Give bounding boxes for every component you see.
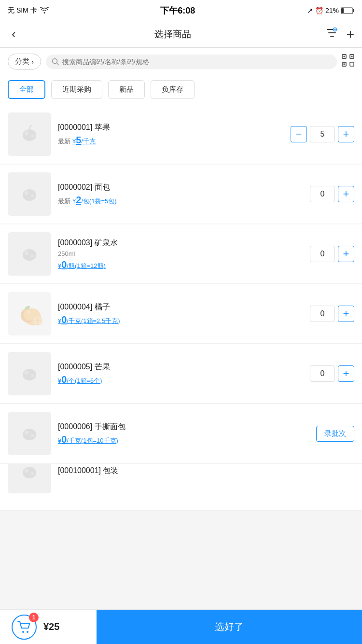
- tab-negative[interactable]: 负库存: [151, 80, 195, 99]
- product-price: 最新 ¥2/包(1袋=5包): [58, 195, 303, 206]
- product-info: [0000001] 苹果 最新 ¥5/千克: [58, 123, 284, 146]
- product-image: [8, 352, 51, 395]
- quantity-input[interactable]: [310, 306, 335, 322]
- status-time: 下午6:08: [160, 5, 195, 16]
- svg-rect-1: [353, 9, 354, 12]
- product-quantity: +: [310, 306, 354, 322]
- svg-point-20: [23, 129, 36, 141]
- plus-button[interactable]: +: [338, 365, 354, 382]
- wifi-icon: [40, 7, 49, 15]
- svg-point-40: [23, 369, 36, 380]
- status-right: ↗ ⏰ 21%: [307, 6, 354, 15]
- filter-row: 分类 ›: [0, 48, 362, 75]
- svg-point-7: [334, 28, 335, 30]
- product-image: [8, 112, 51, 156]
- quantity-input[interactable]: [310, 365, 335, 382]
- svg-rect-13: [344, 56, 345, 57]
- product-name: [0000002] 面包: [58, 182, 303, 193]
- quantity-input[interactable]: [310, 186, 335, 202]
- tab-new[interactable]: 新品: [108, 80, 145, 99]
- product-name: [0000005] 芒果: [58, 362, 303, 372]
- search-input[interactable]: [62, 58, 331, 66]
- svg-rect-5: [330, 36, 334, 37]
- quantity-input[interactable]: [310, 126, 335, 142]
- svg-point-50: [27, 631, 28, 633]
- product-image: [8, 232, 51, 276]
- category-button[interactable]: 分类 ›: [8, 54, 41, 70]
- list-item: [0000006] 手撕面包 ¥0/千克(1包=10千克) 录批次: [0, 404, 362, 463]
- svg-point-23: [23, 189, 36, 201]
- batch-button[interactable]: 录批次: [316, 426, 354, 442]
- svg-point-44: [25, 431, 28, 434]
- status-left: 无 SIM 卡: [8, 6, 49, 15]
- battery-icon: [341, 7, 354, 14]
- filter-button[interactable]: [326, 28, 338, 41]
- svg-point-27: [25, 251, 28, 255]
- product-quantity: − +: [291, 126, 354, 142]
- bottom-bar: 1 ¥25 选好了: [0, 609, 362, 644]
- product-list: [0000001] 苹果 最新 ¥5/千克 − + [0000002] 面包 最…: [0, 105, 362, 511]
- product-price: ¥0/瓶(1箱=12瓶): [58, 259, 303, 270]
- list-item: [0000001] 苹果 最新 ¥5/千克 − +: [0, 105, 362, 164]
- category-arrow-icon: ›: [31, 57, 34, 66]
- battery-text: 21%: [325, 7, 339, 14]
- category-label: 分类: [15, 57, 29, 66]
- svg-rect-4: [328, 32, 336, 33]
- product-name: [0000006] 手撕面包: [58, 422, 309, 432]
- product-quantity: +: [310, 365, 354, 382]
- minus-button[interactable]: −: [291, 126, 307, 142]
- plus-button[interactable]: +: [338, 246, 354, 262]
- tabs-row: 全部 近期采购 新品 负库存: [0, 75, 362, 105]
- product-price: ¥0/个(1箱=6个): [58, 374, 303, 385]
- product-name: [000100001] 包装: [58, 466, 354, 476]
- product-info: [0000005] 芒果 ¥0/个(1箱=6个): [58, 362, 303, 385]
- cart-area: 1 ¥25: [0, 615, 97, 640]
- svg-point-45: [31, 434, 34, 437]
- confirm-button[interactable]: 选好了: [97, 610, 362, 644]
- svg-point-42: [31, 374, 34, 377]
- plus-button[interactable]: +: [338, 306, 354, 322]
- svg-point-49: [22, 631, 24, 633]
- product-price: ¥0/千克(1箱=2.5千克): [58, 314, 303, 325]
- location-icon: ↗: [307, 6, 313, 15]
- plus-button[interactable]: +: [338, 126, 354, 142]
- svg-point-47: [25, 469, 28, 473]
- scan-icon[interactable]: [342, 54, 354, 69]
- product-info: [0000004] 橘子 ¥0/千克(1箱=2.5千克): [58, 302, 303, 325]
- product-info: [000100001] 包装: [58, 466, 354, 478]
- product-spec: 250ml: [58, 250, 303, 257]
- svg-point-25: [31, 195, 34, 197]
- product-image: [8, 292, 51, 336]
- tab-recent[interactable]: 近期采购: [51, 80, 102, 99]
- product-quantity: +: [310, 246, 354, 262]
- product-image: [8, 172, 51, 216]
- quantity-input[interactable]: [310, 246, 335, 262]
- list-item: [000100001] 包装: [0, 464, 362, 511]
- svg-point-43: [23, 429, 36, 440]
- tab-all[interactable]: 全部: [8, 80, 45, 99]
- svg-point-41: [25, 371, 28, 375]
- back-button[interactable]: ‹: [8, 25, 20, 43]
- svg-point-21: [25, 131, 28, 135]
- product-quantity: 录批次: [316, 426, 354, 442]
- nav-bar: ‹ 选择商品 +: [0, 21, 362, 47]
- product-image: [8, 412, 51, 455]
- plus-button[interactable]: +: [338, 186, 354, 202]
- page-title: 选择商品: [154, 28, 191, 41]
- list-item: [0000004] 橘子 ¥0/千克(1箱=2.5千克) +: [0, 284, 362, 344]
- carrier-text: 无 SIM 卡: [8, 6, 37, 15]
- status-bar: 无 SIM 卡 下午6:08 ↗ ⏰ 21%: [0, 0, 362, 21]
- search-container[interactable]: [46, 55, 337, 69]
- svg-rect-15: [344, 64, 345, 65]
- svg-point-48: [31, 472, 34, 475]
- svg-rect-2: [341, 8, 344, 13]
- cart-button[interactable]: 1: [12, 615, 37, 640]
- product-info: [0000006] 手撕面包 ¥0/千克(1包=10千克): [58, 422, 309, 445]
- list-item: [0000002] 面包 最新 ¥2/包(1袋=5包) +: [0, 165, 362, 224]
- product-name: [0000001] 苹果: [58, 123, 284, 133]
- list-item: [0000005] 芒果 ¥0/个(1箱=6个) +: [0, 344, 362, 404]
- alarm-icon: ⏰: [315, 7, 323, 14]
- add-button[interactable]: +: [347, 28, 354, 41]
- search-icon: [52, 58, 59, 66]
- product-price: ¥0/千克(1包=10千克): [58, 434, 309, 445]
